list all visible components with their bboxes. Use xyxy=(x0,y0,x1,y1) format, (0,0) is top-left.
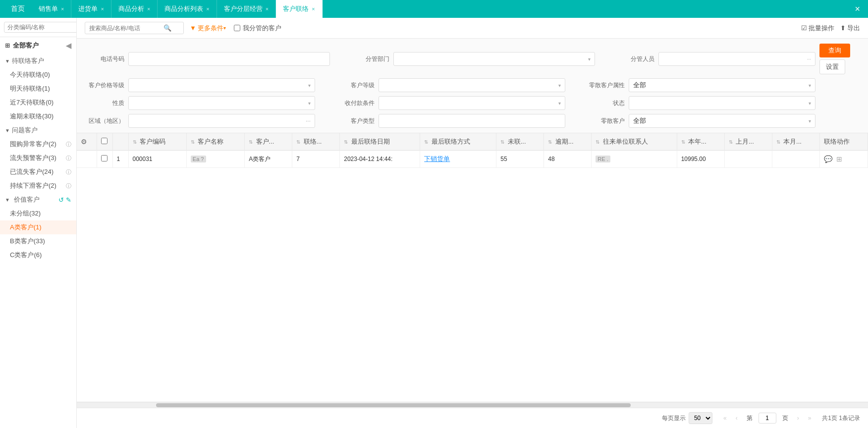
sidebar-item-churned[interactable]: 已流失客户(24) ⓘ xyxy=(0,165,76,179)
contact-method-link[interactable]: 下销货单 xyxy=(424,155,450,162)
data-table-wrap: ⚙ ⇅ 客户编码 ⇅ 客户名称 xyxy=(77,133,868,402)
close-icon[interactable]: × xyxy=(61,6,64,12)
payment-select[interactable]: ▾ xyxy=(379,96,565,110)
my-customers-checkbox[interactable] xyxy=(234,25,240,31)
per-page-select[interactable]: 50 xyxy=(689,412,712,424)
th-last-contact-method[interactable]: ⇅ 最后联络方式 xyxy=(420,133,496,151)
close-icon[interactable]: × xyxy=(312,6,315,12)
filter-cell-phone: 电话号码 xyxy=(85,52,330,66)
td-not-contacted: 55 xyxy=(496,151,544,168)
filter-search-icon[interactable]: 🔍 xyxy=(163,24,171,32)
customer-level-select[interactable]: ▾ xyxy=(379,78,565,92)
horizontal-scrollbar[interactable] xyxy=(77,402,868,408)
th-contact-count[interactable]: ⇅ 联络... xyxy=(292,133,340,151)
batch-operation-button[interactable]: ☑ 批量操作 xyxy=(801,24,834,33)
sidebar-item-tomorrow-pending[interactable]: 明天待联络(1) xyxy=(0,82,76,96)
sidebar-item-overdue-contact[interactable]: 逾期未联络(30) xyxy=(0,109,76,123)
sidebar-item-today-pending[interactable]: 今天待联络(0) xyxy=(0,68,76,82)
arrow-icon: ▼ xyxy=(5,197,10,203)
edit-icon[interactable]: ✎ xyxy=(66,196,71,204)
status-select[interactable]: ▾ xyxy=(629,96,815,110)
th-code[interactable]: ⇅ 客户编码 xyxy=(128,133,186,151)
dept-label: 分管部门 xyxy=(350,55,389,63)
sidebar-item-b-class[interactable]: B类客户(33) xyxy=(0,234,76,248)
filter-cell-customer-level: 客户等级 ▾ xyxy=(335,78,565,92)
select-all-checkbox[interactable] xyxy=(101,138,108,144)
nav-tab-purchase[interactable]: 进货单 × xyxy=(71,0,111,18)
first-page-button[interactable]: « xyxy=(720,414,730,423)
more-conditions-button[interactable]: ▼ 更多条件 ▾ xyxy=(190,24,226,33)
nature-label: 性质 xyxy=(85,99,124,107)
filter-cell-nature: 性质 ▾ xyxy=(85,96,315,110)
customer-type-select[interactable] xyxy=(379,114,565,128)
collapse-button[interactable]: ◀ xyxy=(66,42,71,50)
th-last-contact-date[interactable]: ⇅ 最后联络日期 xyxy=(340,133,420,151)
th-this-year[interactable]: ⇅ 本年... xyxy=(677,133,724,151)
th-last-month[interactable]: ⇅ 上月... xyxy=(724,133,772,151)
sidebar-item-stockpile-abnormal[interactable]: 囤购异常客户(2) ⓘ xyxy=(0,137,76,151)
my-customers-checkbox-label[interactable]: 我分管的客户 xyxy=(234,24,281,33)
more-icon: ··· xyxy=(306,117,311,124)
sidebar-group-problem[interactable]: ▼ 问题客户 xyxy=(0,123,76,137)
nav-tab-product-list[interactable]: 商品分析列表 × xyxy=(158,0,217,18)
page-input[interactable] xyxy=(759,413,776,424)
sort-icon: ⇅ xyxy=(424,139,428,145)
query-button[interactable]: 查询 xyxy=(819,44,850,57)
sidebar-item-declining[interactable]: 持续下滑客户(2) ⓘ xyxy=(0,179,76,193)
td-type: A类客户 xyxy=(245,151,292,168)
page-suffix: 页 xyxy=(779,413,791,424)
th-settings[interactable]: ⚙ xyxy=(77,133,97,151)
prev-page-button[interactable]: ‹ xyxy=(733,414,741,423)
sidebar-item-a-class[interactable]: A类客户(1) xyxy=(0,220,76,234)
close-icon[interactable]: × xyxy=(266,6,269,12)
th-this-month[interactable]: ⇅ 本月... xyxy=(772,133,819,151)
sidebar-group-value[interactable]: ▼ 价值客户 ↺ ✎ xyxy=(0,193,76,207)
sidebar-search-input[interactable] xyxy=(4,22,77,33)
th-overdue[interactable]: ⇅ 逾期... xyxy=(544,133,592,151)
zero-retail-select[interactable]: 全部 ▾ xyxy=(629,114,815,128)
search-input[interactable] xyxy=(89,25,163,32)
sort-icon: ⇅ xyxy=(548,139,552,145)
phone-input[interactable] xyxy=(128,52,330,66)
sidebar-group-pending[interactable]: ▼ 待联络客户 xyxy=(0,54,76,68)
sidebar-item-ungrouped[interactable]: 未分组(32) xyxy=(0,207,76,220)
settings-button[interactable]: 设置 xyxy=(819,59,845,74)
close-icon[interactable]: × xyxy=(147,6,150,12)
scrollbar-thumb[interactable] xyxy=(156,403,631,407)
sort-icon: ⇅ xyxy=(729,139,733,145)
sidebar-item-churn-warning[interactable]: 流失预警客户(3) ⓘ xyxy=(0,151,76,165)
action-qr-icon[interactable]: ⊞ xyxy=(836,155,842,163)
gear-icon[interactable]: ⚙ xyxy=(81,138,87,146)
sidebar-item-7day-pending[interactable]: 近7天待联络(0) xyxy=(0,96,76,109)
td-related-contact: RE . xyxy=(592,151,677,168)
region-label: 区域（地区） xyxy=(85,117,124,125)
nav-tab-product-analysis[interactable]: 商品分析 × xyxy=(111,0,158,18)
nav-home[interactable]: 首页 xyxy=(4,0,32,18)
th-related-contact[interactable]: ⇅ 往来单位联系人 xyxy=(592,133,677,151)
row-checkbox[interactable] xyxy=(101,155,108,161)
region-select[interactable]: ··· xyxy=(128,114,315,128)
td-last-contact-method[interactable]: 下销货单 xyxy=(420,151,496,168)
close-all-button[interactable]: × xyxy=(851,4,864,14)
action-chat-icon[interactable]: 💬 xyxy=(824,155,832,163)
all-customers-header[interactable]: ⊞ 全部客户 ◀ xyxy=(0,37,76,54)
export-button[interactable]: ⬆ 导出 xyxy=(840,24,860,33)
nav-tab-customer-stratify[interactable]: 客户分层经营 × xyxy=(217,0,276,18)
nav-tab-sales[interactable]: 销售单 × xyxy=(32,0,71,18)
th-not-contacted[interactable]: ⇅ 未联... xyxy=(496,133,544,151)
filter-cell-zero-retail: 零散客户 全部 ▾ xyxy=(585,114,815,128)
next-page-button[interactable]: › xyxy=(794,414,802,423)
person-select[interactable]: ··· xyxy=(658,52,815,66)
refresh-icon[interactable]: ↺ xyxy=(58,196,64,204)
last-page-button[interactable]: » xyxy=(805,414,814,423)
th-type[interactable]: ⇅ 客户... xyxy=(245,133,292,151)
close-icon[interactable]: × xyxy=(206,6,209,12)
nature-select[interactable]: ▾ xyxy=(128,96,315,110)
nav-tab-customer-contact[interactable]: 客户联络 × xyxy=(276,0,322,18)
th-name[interactable]: ⇅ 客户名称 xyxy=(186,133,244,151)
close-icon[interactable]: × xyxy=(101,6,104,12)
zero-retail-attr-select[interactable]: 全部 ▾ xyxy=(629,78,815,92)
sidebar-item-c-class[interactable]: C类客户(6) xyxy=(0,248,76,262)
dept-select[interactable]: ▾ xyxy=(393,52,595,66)
price-level-select[interactable]: ▾ xyxy=(128,78,315,92)
